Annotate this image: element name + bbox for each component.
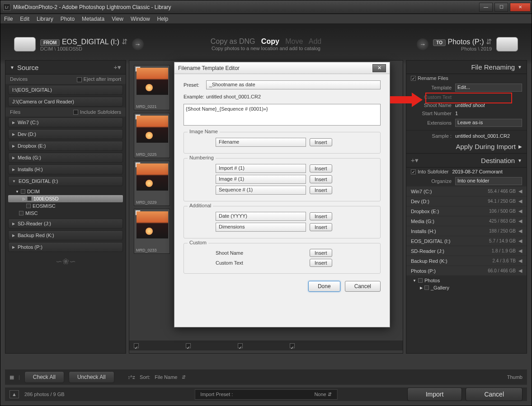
drive-item[interactable]: ▶Media (G:) — [8, 153, 123, 163]
folder-icon — [21, 189, 25, 194]
insert-button[interactable]: Insert — [310, 223, 332, 231]
import-preset[interactable]: Import Preset :None ⇵ — [194, 389, 338, 400]
destination-drive[interactable]: Photos (P:)66.0 / 466 GB◀ — [406, 266, 527, 276]
mode-add[interactable]: Add — [309, 37, 321, 45]
destination-drive[interactable]: Backup Red (K:)2.4 / 3.6 TB◀ — [406, 256, 527, 266]
organize-select[interactable]: Into one folder — [455, 177, 522, 185]
insert-button[interactable]: Insert — [310, 259, 332, 267]
menu-help[interactable]: Help — [157, 16, 169, 22]
insert-button[interactable]: Insert — [310, 249, 332, 257]
from-arrow-button[interactable]: → — [132, 38, 144, 50]
maximize-button[interactable]: ☐ — [494, 3, 508, 12]
row-checkbox[interactable] — [290, 343, 295, 348]
rename-checkbox[interactable] — [411, 76, 416, 81]
destination-drive[interactable]: Dropbox (E:)106 / 500 GB◀ — [406, 206, 527, 216]
start-number-input[interactable]: 1 — [455, 111, 522, 116]
insert-button[interactable]: Insert — [310, 138, 332, 146]
subfolders-checkbox[interactable] — [73, 110, 78, 115]
template-select[interactable]: Edit... — [455, 84, 522, 92]
insert-button[interactable]: Insert — [310, 212, 332, 220]
destination-drive[interactable]: Media (G:)425 / 863 GB◀ — [406, 216, 527, 226]
done-button[interactable]: Done — [308, 281, 340, 292]
drive-item[interactable]: ▶Backup Red (K:) — [8, 230, 123, 240]
drive-item[interactable]: ▶Installs (H:) — [8, 164, 123, 174]
destination-drive[interactable]: SD-Reader (J:)1.8 / 1.9 GB◀ — [406, 246, 527, 256]
destination-drive[interactable]: EOS_DIGITAL (I:)5.7 / 14.9 GB◀ — [406, 236, 527, 246]
minimize-button[interactable]: — — [479, 3, 493, 12]
drive-item[interactable]: ▶Dev (D:) — [8, 129, 123, 139]
destination-header[interactable]: +▾Destination▼ — [406, 154, 527, 168]
cancel-button[interactable]: Cancel — [345, 281, 381, 292]
drive-item[interactable]: ▼EOS_DIGITAL (I:) — [8, 176, 123, 186]
mode-move[interactable]: Move — [285, 37, 303, 45]
destination-drive[interactable]: Dev (D:)94.1 / 250 GB◀ — [406, 196, 527, 206]
grid-view-icon[interactable]: ▦ — [9, 374, 14, 380]
device-item[interactable]: I:\(EOS_DIGITAL) — [8, 85, 123, 95]
insert-button[interactable]: Insert — [310, 175, 332, 183]
close-button[interactable]: ✕ — [510, 3, 531, 12]
to-dest[interactable]: Photos (P:) — [448, 38, 484, 46]
left-panel: ▼Source+▾ DevicesEject after import I:\(… — [5, 60, 126, 354]
menu-edit[interactable]: Edit — [20, 16, 29, 22]
destination-drive[interactable]: Win7 (C:)55.4 / 466 GB◀ — [406, 187, 527, 196]
from-path: DCIM \ 100EOS5D — [40, 46, 127, 51]
mode-dng[interactable]: Copy as DNG — [211, 37, 255, 45]
row-checkbox[interactable] — [238, 343, 243, 348]
menu-photo[interactable]: Photo — [61, 16, 75, 22]
ornament-icon: ∽❀∽ — [5, 255, 126, 268]
mode-copy[interactable]: Copy — [261, 37, 279, 45]
extensions-select[interactable]: Leave as-is — [455, 119, 522, 127]
import-mode: Copy as DNG Copy Move Add Copy photos to… — [211, 37, 321, 51]
thumbnail[interactable]: MRD_0225 — [134, 113, 170, 158]
image-number-select[interactable]: Image # (1) — [216, 175, 306, 184]
import-bar: FROM EOS_DIGITAL (I:) ⇵ DCIM \ 100EOS5D … — [5, 28, 527, 60]
folder-icon — [27, 196, 32, 201]
apply-during-import-header[interactable]: Apply During Import▶ — [406, 140, 527, 154]
insert-button[interactable]: Insert — [310, 186, 332, 194]
drive-item[interactable]: ▶Dropbox (E:) — [8, 141, 123, 151]
menu-file[interactable]: File — [4, 16, 13, 22]
from-source[interactable]: EOS_DIGITAL (I:) — [62, 38, 119, 46]
file-renaming-header[interactable]: File Renaming▼ — [406, 61, 527, 74]
menu-view[interactable]: View — [112, 16, 123, 22]
destination-drive[interactable]: Installs (H:)188 / 250 GB◀ — [406, 226, 527, 236]
expand-icon[interactable]: ▲ — [9, 390, 19, 398]
row-checkbox[interactable] — [134, 343, 139, 348]
device-item[interactable]: J:\(Camera or Card Reader) — [8, 97, 123, 107]
grid-toolbar: ▦ | Check All Uncheck All ↕ᴬᴢ Sort: File… — [5, 369, 527, 385]
filename-select[interactable]: Filename — [216, 138, 306, 147]
preset-select[interactable]: _Shootname as date — [206, 80, 381, 89]
dimensions-select[interactable]: Dimensions — [216, 223, 306, 232]
menu-window[interactable]: Window — [131, 16, 150, 22]
folder-selected[interactable]: 100EOS5D — [33, 196, 59, 201]
dialog-close-button[interactable]: ✕ — [372, 64, 386, 72]
titlebar[interactable]: Lr MikeDixonPhoto-2 - Adobe Photoshop Li… — [0, 0, 532, 14]
drive-item[interactable]: ▶SD-Reader (J:) — [8, 219, 123, 229]
template-textarea[interactable]: {Shoot Name}_{Sequence # (0001)»} — [184, 104, 381, 126]
menu-metadata[interactable]: Metadata — [82, 16, 104, 22]
eject-checkbox[interactable] — [77, 77, 82, 82]
sequence-number-select[interactable]: Sequence # (1) — [216, 186, 306, 195]
import-button[interactable]: Import — [407, 387, 462, 401]
to-arrow-button[interactable]: → — [417, 38, 428, 50]
thumbnail[interactable]: MRD_0229 — [134, 161, 170, 206]
check-all-button[interactable]: Check All — [24, 371, 64, 383]
uncheck-all-button[interactable]: Uncheck All — [69, 371, 114, 383]
insert-button[interactable]: Insert — [310, 164, 332, 173]
source-header[interactable]: ▼Source+▾ — [5, 61, 126, 75]
drive-item[interactable]: ▶Photos (P:) — [8, 242, 123, 252]
import-number-select[interactable]: Import # (1) — [216, 164, 306, 173]
sort-select[interactable]: File Name — [155, 374, 177, 380]
dialog-titlebar[interactable]: Filename Template Editor ✕ — [174, 62, 390, 74]
row-checkbox[interactable] — [186, 343, 191, 348]
subfolder-checkbox[interactable] — [411, 169, 416, 174]
drive-item[interactable]: ▶Win7 (C:) — [8, 117, 123, 127]
menu-library[interactable]: Library — [37, 16, 53, 22]
date-select[interactable]: Date (YYYY) — [216, 212, 306, 221]
subfolder-input[interactable]: 2019-08-27 Cormorant — [452, 169, 523, 174]
sort-icon[interactable]: ↕ᴬᴢ — [128, 374, 136, 380]
cancel-button[interactable]: Cancel — [466, 387, 523, 401]
thumbnail[interactable]: MRD_0233 — [134, 209, 170, 254]
thumbnail[interactable]: MRD_0221 — [134, 65, 170, 110]
menubar: File Edit Library Photo Metadata View Wi… — [0, 14, 532, 24]
